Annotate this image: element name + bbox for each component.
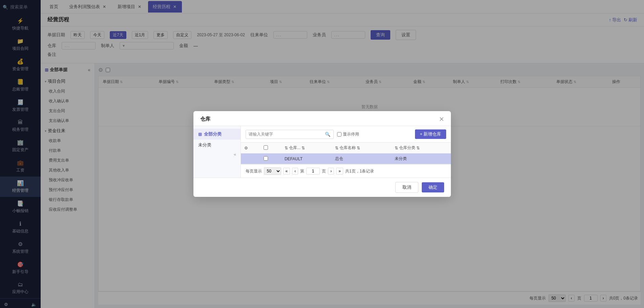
warehouse-modal: 仓库 ✕ ⊞ 全部分类 未分类 « [193, 111, 451, 197]
sort-icon-code2: ⇅ [302, 146, 305, 150]
row-check[interactable] [264, 156, 268, 161]
modal-right-panel: 🔍 显示停用 + 新增仓库 ⚙ [241, 126, 451, 178]
modal-body: ⊞ 全部分类 未分类 « 🔍 [193, 126, 451, 178]
modal-col-settings: ⚙ [241, 143, 261, 153]
modal-page-label-prefix: 第 [300, 168, 304, 174]
warehouse-table-row[interactable]: DEFAULT 总仓 未分类 [241, 153, 451, 164]
modal-toolbar: 🔍 显示停用 + 新增仓库 [241, 126, 451, 143]
sort-icon-name2: ⇅ [357, 146, 360, 150]
modal-pagination: 每页显示 50 100 « ‹ 第 页 › » 共1页，1条记录 [246, 167, 374, 175]
modal-select-all[interactable] [264, 145, 268, 150]
modal-actions: 取消 确定 [193, 178, 451, 197]
modal-left-all-category[interactable]: ⊞ 全部分类 [193, 129, 241, 140]
all-category-label: 全部分类 [204, 131, 222, 137]
modal-col-code: ⇅ 仓库... ⇅ [281, 143, 332, 153]
modal-col-checkbox [260, 143, 281, 153]
row-name: 总仓 [332, 153, 391, 164]
modal-header: 仓库 ✕ [193, 111, 451, 126]
modal-prev-page[interactable]: ‹ [292, 168, 298, 174]
modal-search-input[interactable] [246, 130, 322, 138]
modal-search-bar: 🔍 [246, 130, 334, 139]
sort-icon-name: ⇅ [335, 146, 338, 150]
grid-icon2: ⊞ [198, 132, 202, 137]
modal-next-page[interactable]: › [328, 168, 334, 174]
modal-total-info: 共1页，1条记录 [345, 168, 374, 174]
show-disabled-label: 显示停用 [343, 131, 359, 137]
sort-icon-category2: ⇅ [416, 146, 420, 150]
modal-page-label: 页 [322, 168, 326, 174]
modal-page-input[interactable] [306, 168, 320, 174]
row-checkbox [260, 153, 281, 164]
warehouse-table: ⚙ ⇅ 仓库... ⇅ [241, 143, 451, 164]
modal-per-page-select[interactable]: 50 100 [264, 167, 281, 175]
row-category: 未分类 [391, 153, 451, 164]
show-disabled-input[interactable] [337, 132, 341, 137]
modal-table: ⚙ ⇅ 仓库... ⇅ [241, 143, 451, 164]
modal-search-button[interactable]: 🔍 [322, 130, 333, 139]
modal-col-name: ⇅ 仓库名称 ⇅ [332, 143, 391, 153]
cancel-button[interactable]: 取消 [395, 182, 418, 193]
confirm-button[interactable]: 确定 [422, 182, 444, 192]
uncategorized-label: 未分类 [198, 142, 211, 148]
sort-icon-code: ⇅ [285, 146, 288, 150]
row-code: DEFAULT [281, 153, 332, 164]
modal-overlay[interactable]: 仓库 ✕ ⊞ 全部分类 未分类 « [0, 0, 644, 308]
add-warehouse-button[interactable]: + 新增仓库 [415, 129, 446, 139]
settings-icon2[interactable]: ⚙ [244, 146, 248, 150]
modal-collapse-icon[interactable]: « [232, 152, 238, 157]
sort-icon-category: ⇅ [395, 146, 398, 150]
modal-last-page[interactable]: » [336, 168, 343, 174]
modal-close-button[interactable]: ✕ [439, 116, 444, 122]
modal-first-page[interactable]: « [283, 168, 290, 174]
show-disabled-checkbox[interactable]: 显示停用 [337, 131, 359, 137]
modal-per-page-label: 每页显示 [246, 168, 262, 174]
modal-left-uncategorized[interactable]: 未分类 [193, 140, 241, 150]
modal-left-panel: ⊞ 全部分类 未分类 « [193, 126, 241, 178]
modal-title: 仓库 [200, 116, 210, 122]
modal-footer-bar: 每页显示 50 100 « ‹ 第 页 › » 共1页，1条记录 [241, 164, 451, 178]
modal-col-category: ⇅ 仓库分类 ⇅ [391, 143, 451, 153]
row-settings [241, 153, 261, 164]
